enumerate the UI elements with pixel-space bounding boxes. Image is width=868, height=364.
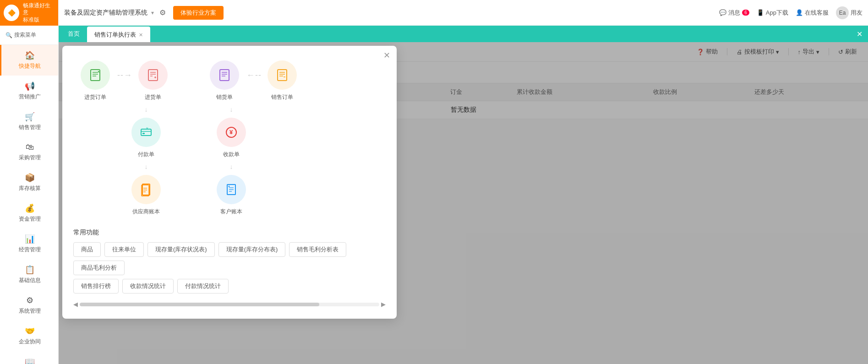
tab-close-icon[interactable]: ✕ [139, 32, 143, 38]
scroll-left-icon[interactable]: ◀ [73, 301, 78, 308]
sidebar-item-sales[interactable]: 🛒 销售管理 [0, 106, 58, 137]
func-btn-receipt-stats[interactable]: 收款情况统计 [122, 279, 174, 293]
logo-text: 畅康通好生意 标准版 [23, 2, 55, 24]
func-btn-payment-stats[interactable]: 付款情况统计 [177, 279, 229, 293]
func-btn-sales-profit[interactable]: 销售毛利分析表 [289, 242, 346, 257]
search-menu-button[interactable]: 🔍 搜索菜单 [4, 29, 55, 41]
flow-sales-order[interactable]: 销售订单 [260, 57, 304, 105]
common-funcs-btns-row2: 销售排行榜 收款情况统计 付款情况统计 [73, 279, 386, 293]
sales-bill-label: 销货单 [216, 93, 233, 101]
customer-ledger-label: 客户账本 [220, 208, 242, 216]
search-icon: 🔍 [5, 32, 12, 38]
func-btn-partner[interactable]: 往来单位 [104, 242, 144, 257]
sidebar-item-basic-info[interactable]: 📋 基础信息 [0, 259, 58, 290]
supplier-ledger-icon [131, 175, 161, 204]
sidebar-item-purchase[interactable]: 🛍 采购管理 [0, 137, 58, 167]
sales-icon: 🛒 [25, 112, 35, 122]
v-arrow-1: ↓ [145, 106, 148, 113]
flow-diagram: 进货订单 - - → 进货单 [73, 57, 386, 219]
operations-icon: 📊 [25, 234, 35, 244]
scrollbar-thumb [80, 303, 319, 306]
flow-purchase-bill[interactable]: 进货单 [131, 57, 175, 105]
common-funcs-btns: 商品 往来单位 现存量(库存状况表) 现存量(库存分布表) 销售毛利分析表 商品… [73, 242, 386, 275]
purchase-icon: 🛍 [26, 142, 34, 152]
sidebar-item-system[interactable]: ⚙ 系统管理 [0, 290, 58, 321]
func-btn-goods-profit[interactable]: 商品毛利分析 [73, 261, 125, 275]
sidebar-search[interactable]: 🔍 搜索菜单 [0, 26, 58, 45]
sales-order-icon [267, 60, 297, 90]
sales-bill-icon [210, 60, 239, 90]
svg-rect-19 [220, 70, 229, 81]
page-content: ❓ 帮助 🖨 按模板打印 ▾ ↑ 导出 ▾ ↺ 刷新 [59, 42, 868, 364]
svg-rect-23 [278, 70, 287, 81]
sidebar-item-finance[interactable]: 💰 资金管理 [0, 198, 58, 228]
tabbar-close-icon[interactable]: ✕ [851, 30, 868, 38]
experience-btn[interactable]: 体验行业方案 [173, 6, 224, 20]
receipt-bill-icon: ¥ [217, 118, 246, 147]
new-guide-icon: 📖 [25, 357, 35, 364]
quick-guide-popup: ✕ [62, 46, 397, 319]
flow-supplier-ledger[interactable]: 供应商账本 [124, 171, 168, 219]
sidebar-item-inventory[interactable]: 📦 库存核算 [0, 167, 58, 198]
scrollbar-track[interactable] [80, 303, 379, 306]
tabbar: 首页 销售订单执行表 ✕ ✕ [59, 26, 868, 42]
sidebar-item-quick-nav[interactable]: 🏠 快捷导航 [0, 45, 58, 76]
finance-icon: 💰 [25, 203, 35, 213]
func-btn-stock-dist[interactable]: 现存量(库存分布表) [218, 242, 286, 257]
online-service-item[interactable]: 👤 在线客服 [796, 9, 829, 17]
app-download-item[interactable]: 📱 App下载 [757, 9, 788, 17]
flow-purchase-order[interactable]: 进货订单 [73, 57, 117, 105]
popup-close-btn[interactable]: ✕ [383, 50, 390, 60]
purchase-bill-label: 进货单 [145, 93, 161, 101]
sidebar-item-new-guide[interactable]: 📖 新手引导 [0, 351, 58, 364]
svg-text:¥: ¥ [146, 126, 148, 130]
scroll-right-icon[interactable]: ▶ [381, 301, 386, 308]
app-logo: 🔶 畅康通好生意 标准版 [0, 0, 58, 26]
supplier-ledger-label: 供应商账本 [132, 208, 160, 216]
user-item[interactable]: Ea 用友 [836, 6, 863, 19]
avatar: Ea [836, 6, 849, 19]
func-btn-goods[interactable]: 商品 [73, 242, 101, 257]
sidebar-nav: 🏠 快捷导航 📢 营销推广 🛒 销售管理 🛍 采购管理 📦 库存核算 💰 [0, 45, 58, 364]
home-icon: 🏠 [25, 50, 35, 60]
enterprise-icon: 🤝 [25, 326, 35, 336]
popup-scrollbar-row: ◀ ▶ [73, 301, 386, 308]
app-download-icon: 📱 [757, 9, 764, 16]
common-funcs: 常用功能 商品 往来单位 现存量(库存状况表) 现存量(库存分布表) 销售毛利分… [73, 228, 386, 293]
tab-sales-order-exec[interactable]: 销售订单执行表 ✕ [87, 27, 150, 43]
h-arrow-2: ← - - [246, 71, 260, 80]
message-item[interactable]: 💬 消息 6 [719, 9, 749, 17]
v-arrow-2: ↓ [145, 163, 148, 170]
topbar-settings-icon[interactable]: ⚙ [159, 8, 166, 17]
common-funcs-title: 常用功能 [73, 228, 386, 237]
topbar-right: 💬 消息 6 📱 App下载 👤 在线客服 Ea 用友 [719, 6, 863, 19]
h-arrow-1: - - → [117, 71, 131, 80]
sales-order-label: 销售订单 [271, 93, 293, 101]
sidebar: 🔶 畅康通好生意 标准版 🔍 搜索菜单 🏠 快捷导航 📢 营销推广 🛒 [0, 0, 59, 364]
flow-receipt-bill[interactable]: ¥ 收款单 [209, 114, 253, 162]
svg-rect-12 [142, 133, 145, 134]
purchase-bill-icon [138, 60, 168, 90]
sidebar-item-operations[interactable]: 📊 经营管理 [0, 228, 58, 259]
sidebar-item-marketing[interactable]: 📢 营销推广 [0, 76, 58, 106]
topbar-arrow-icon[interactable]: ▾ [151, 10, 154, 16]
marketing-icon: 📢 [25, 81, 35, 91]
message-icon: 💬 [719, 9, 726, 16]
customer-ledger-icon [217, 175, 246, 204]
popup-overlay[interactable]: ✕ [59, 42, 868, 364]
svg-point-34 [229, 186, 230, 187]
flow-customer-ledger[interactable]: 客户账本 [209, 171, 253, 219]
flow-sales-bill[interactable]: 销货单 [202, 57, 246, 105]
func-btn-stock-status[interactable]: 现存量(库存状况表) [147, 242, 215, 257]
topbar: 装备及固定资产辅助管理系统 ▾ ⚙ 体验行业方案 💬 消息 6 📱 App下载 … [59, 0, 868, 26]
main-content: 装备及固定资产辅助管理系统 ▾ ⚙ 体验行业方案 💬 消息 6 📱 App下载 … [59, 0, 868, 364]
v-arrow-4: ↓ [230, 163, 233, 170]
system-title: 装备及固定资产辅助管理系统 [64, 9, 147, 17]
v-arrow-3: ↓ [230, 106, 233, 113]
tab-home[interactable]: 首页 [60, 26, 87, 42]
logo-icon: 🔶 [4, 5, 19, 21]
func-btn-sales-rank[interactable]: 销售排行榜 [73, 279, 119, 293]
inventory-icon: 📦 [25, 173, 35, 183]
sidebar-item-enterprise[interactable]: 🤝 企业协同 [0, 321, 58, 351]
flow-payment-bill[interactable]: ¥ 付款单 [124, 114, 168, 162]
